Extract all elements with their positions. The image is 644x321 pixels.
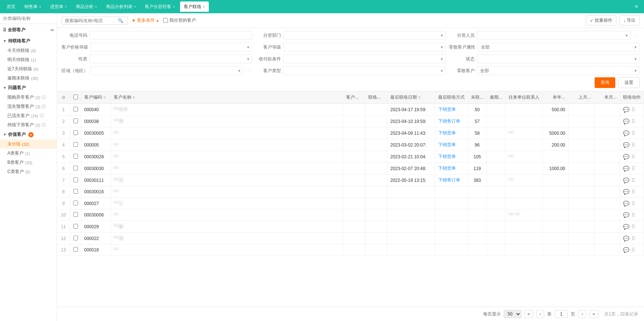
sidebar-item-abnormal[interactable]: 囤购异常客户 (2) ⓘ: [0, 93, 57, 102]
sidebar-item-churn-warning[interactable]: 流失预警客户 (3) ⓘ: [0, 102, 57, 111]
grid-action-icon-12[interactable]: ⠿: [631, 247, 635, 253]
th-overdue[interactable]: 逾期...: [486, 91, 505, 104]
tab-sales[interactable]: 销售单 ×: [21, 1, 45, 12]
comment-icon-2[interactable]: 💬: [623, 130, 629, 136]
select-all-checkbox[interactable]: [73, 95, 78, 99]
collapse-icon[interactable]: ≪: [50, 28, 54, 32]
comment-icon-5[interactable]: 💬: [623, 166, 629, 172]
th-lastmonth[interactable]: 上月...: [569, 91, 594, 104]
grid-action-icon-7[interactable]: ⠿: [631, 189, 635, 195]
grid-action-icon-4[interactable]: ⠿: [631, 154, 635, 160]
customer-type-select[interactable]: [283, 66, 446, 75]
cell-check-12[interactable]: [70, 244, 81, 256]
last-page-button[interactable]: »: [589, 310, 598, 318]
th-type[interactable]: 客户...: [343, 91, 365, 104]
cell-method-11[interactable]: [435, 233, 468, 244]
cell-check-6[interactable]: [70, 174, 81, 186]
comment-icon-7[interactable]: 💬: [623, 189, 629, 195]
first-page-button[interactable]: «: [524, 310, 534, 318]
sidebar-item-class-a[interactable]: A类客户 (1): [0, 149, 57, 158]
retail-attr-select[interactable]: 全部: [478, 43, 640, 52]
retail-customer-select[interactable]: 全部: [477, 66, 640, 75]
sidebar-item-overdue[interactable]: 逾期未联络 (30): [0, 74, 57, 83]
cell-method-0[interactable]: 下销货单: [435, 104, 468, 116]
price-level-select[interactable]: [90, 43, 252, 52]
comment-icon-4[interactable]: 💬: [623, 154, 629, 160]
sidebar-item-today[interactable]: 今天待联络 (0): [0, 46, 57, 55]
method-link-5[interactable]: 下销货单: [438, 166, 456, 171]
settings-icon[interactable]: ⚙: [61, 95, 66, 100]
sidebar-group-problem[interactable]: ▼ 问题客户: [0, 83, 57, 93]
tab-customer-contact[interactable]: 客户联络 ×: [180, 1, 209, 12]
comment-icon-3[interactable]: 💬: [623, 142, 629, 148]
cell-method-8[interactable]: [435, 198, 468, 209]
sidebar-group-pending[interactable]: ▼ 待联络客户: [0, 36, 57, 46]
th-last-method[interactable]: 最后联络方式: [435, 91, 468, 104]
grid-action-icon-6[interactable]: ⠿: [631, 177, 635, 183]
comment-icon-6[interactable]: 💬: [623, 177, 629, 183]
cell-method-9[interactable]: [435, 209, 468, 221]
sidebar-item-declining[interactable]: 持续下滑客户 (2) ⓘ: [0, 120, 57, 130]
th-code[interactable]: 客户编码: [81, 91, 110, 104]
cell-method-1[interactable]: 下销售订单: [435, 116, 468, 127]
row-checkbox-11[interactable]: [73, 236, 78, 240]
reset-button[interactable]: 设置: [618, 77, 640, 88]
grid-action-icon-2[interactable]: ⠿: [631, 130, 635, 136]
tab-customer-segment[interactable]: 客户分层经客 ×: [141, 1, 179, 12]
sidebar-all-customers[interactable]: ⠿ 全部客户 ≪: [0, 24, 57, 36]
property-select[interactable]: [89, 54, 252, 63]
window-close-button[interactable]: ×: [632, 2, 641, 11]
sidebar-group-value[interactable]: ▼ 价值客户 ●: [0, 130, 57, 140]
cell-method-2[interactable]: 下销货单: [435, 127, 468, 139]
export-button[interactable]: ↓ 导出: [619, 15, 640, 25]
comment-icon-11[interactable]: 💬: [623, 236, 629, 241]
page-number-input[interactable]: [555, 310, 568, 318]
method-link-6[interactable]: 下销售订单: [438, 177, 460, 183]
cell-check-2[interactable]: [70, 127, 81, 139]
grid-action-icon-5[interactable]: ⠿: [631, 166, 635, 172]
grid-action-icon-3[interactable]: ⠿: [631, 142, 635, 148]
cell-method-6[interactable]: 下销售订单: [435, 174, 468, 186]
cell-check-0[interactable]: [70, 104, 81, 116]
method-link-3[interactable]: 下销货单: [438, 142, 456, 147]
row-checkbox-0[interactable]: [73, 107, 78, 112]
manager-select[interactable]: [477, 31, 631, 40]
grid-action-icon-0[interactable]: ⠿: [631, 107, 635, 113]
tab-purchase[interactable]: 进货单 ×: [46, 1, 71, 12]
th-name[interactable]: 客户名称: [110, 91, 343, 104]
row-checkbox-6[interactable]: [73, 177, 78, 182]
sidebar-item-class-b[interactable]: B类客户 (33): [0, 158, 57, 167]
comment-icon-12[interactable]: 💬: [623, 247, 629, 253]
cell-method-3[interactable]: 下销货单: [435, 139, 468, 151]
grid-action-icon-1[interactable]: ⠿: [631, 119, 635, 124]
method-link-4[interactable]: 下销货单: [438, 154, 456, 159]
per-page-select[interactable]: 50: [504, 310, 521, 318]
more-filter-button[interactable]: ▼ 更多条件 ▲: [131, 17, 159, 24]
customer-level-select[interactable]: [283, 43, 446, 52]
comment-icon-0[interactable]: 💬: [623, 107, 629, 113]
cell-method-4[interactable]: 下销货单: [435, 151, 468, 163]
th-person[interactable]: 往来单位联系人: [506, 91, 543, 104]
row-checkbox-9[interactable]: [73, 212, 78, 217]
comment-icon-1[interactable]: 💬: [623, 119, 629, 124]
sidebar-item-tomorrow[interactable]: 明天待联络 (1): [0, 55, 57, 64]
sidebar-item-churned[interactable]: 已流失客户 (24) ⓘ: [0, 111, 57, 120]
tab-analysis-list[interactable]: 商品分析列表 ×: [102, 1, 140, 12]
phone-input[interactable]: [89, 31, 252, 40]
grid-action-icon-8[interactable]: ⠿: [631, 201, 635, 207]
my-customers-checkbox[interactable]: 我分管的客户: [163, 17, 196, 24]
grid-action-icon-11[interactable]: ⠿: [631, 236, 635, 241]
row-checkbox-3[interactable]: [73, 142, 78, 147]
sidebar-item-ungrouped[interactable]: 未分组 (32): [0, 140, 57, 149]
th-no-contact[interactable]: 未联...: [468, 91, 486, 104]
row-checkbox-7[interactable]: [73, 189, 78, 194]
th-contact[interactable]: 联络...: [365, 91, 387, 104]
search-input[interactable]: [65, 18, 116, 23]
close-analysis-list-icon[interactable]: ×: [134, 5, 136, 9]
manager-more-icon[interactable]: ···: [633, 33, 640, 38]
cell-method-5[interactable]: 下销货单: [435, 163, 468, 174]
my-customers-check[interactable]: [163, 18, 168, 23]
th-year[interactable]: 本年...: [543, 91, 569, 104]
tab-home[interactable]: 首页: [3, 1, 19, 12]
next-page-button[interactable]: ›: [578, 310, 586, 318]
